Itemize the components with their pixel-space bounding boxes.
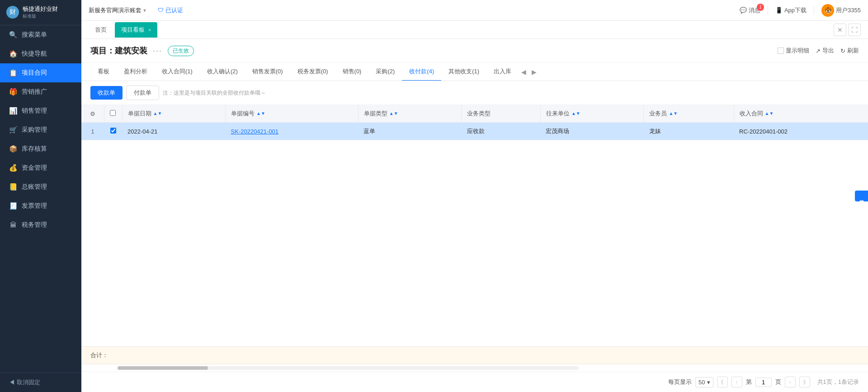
tab-actions: ✕ ⛶	[834, 24, 861, 36]
phone-icon: 📱	[775, 7, 783, 14]
unpin-button[interactable]: ◀ 取消固定	[0, 373, 81, 392]
invoice-icon: 🧾	[9, 202, 17, 210]
tab-project-board[interactable]: 项目看板 ×	[115, 22, 157, 38]
sub-tab-next-icon[interactable]: ▶	[529, 64, 539, 80]
sort-salesperson[interactable]: 业务员 ▲▼	[649, 110, 728, 118]
sub-tab-sales-invoice[interactable]: 销售发票(0)	[245, 63, 290, 81]
select-all-checkbox[interactable]	[110, 110, 116, 116]
show-detail-checkbox[interactable]: 显示明细	[778, 47, 809, 55]
column-checkbox	[104, 105, 122, 123]
divider2	[814, 6, 814, 15]
sidebar-item-invoice[interactable]: 🧾 发票管理	[0, 196, 81, 215]
cell-number[interactable]: SK-20220421-001	[226, 123, 359, 140]
sidebar-item-ledger[interactable]: 📒 总账管理	[0, 177, 81, 196]
sort-date[interactable]: 单据日期 ▲▼	[128, 110, 220, 118]
horizontal-scrollbar[interactable]	[81, 364, 868, 372]
sub-tab-receipt[interactable]: 收付款(4)	[402, 63, 441, 81]
sub-tab-kanban[interactable]: 看板	[90, 63, 117, 81]
sidebar-item-sales[interactable]: 📊 销售管理	[0, 101, 81, 120]
money-icon: 💰	[9, 164, 17, 172]
cell-checkbox[interactable]	[104, 123, 122, 140]
dropdown-arrow-icon: ▾	[143, 7, 146, 14]
cell-partner: 宏茂商场	[540, 123, 644, 140]
sidebar-item-marketing[interactable]: 🎁 营销推广	[0, 82, 81, 101]
sub-tab-purchase[interactable]: 采购(2)	[368, 63, 402, 81]
export-icon: ↗	[816, 48, 821, 54]
sidebar-item-tax[interactable]: 🏛 税务管理	[0, 215, 81, 234]
dropdown-arrow-icon: ▾	[707, 379, 710, 386]
checkbox-box	[778, 48, 784, 54]
topbar: 新服务官网演示账套 ▾ 🛡 已认证 💬 消息 1 📱 App下载 🐯 用	[81, 0, 868, 21]
sub-tab-prev-icon[interactable]: ◀	[519, 64, 529, 80]
prev-page-button[interactable]: ‹	[731, 377, 742, 387]
sidebar-item-search[interactable]: 🔍 搜索菜单	[0, 25, 81, 44]
total-row: 合计：	[81, 346, 868, 364]
sidebar-item-funds[interactable]: 💰 资金管理	[0, 158, 81, 177]
column-biz-type: 业务类型	[462, 105, 541, 123]
content-area: 项目：建筑安装 ··· 已生效 显示明细 ↗ 导出 ↻ 刷新	[81, 39, 868, 392]
app-download-button[interactable]: 📱 App下载	[775, 6, 807, 14]
sub-tab-in-out[interactable]: 出入库	[486, 63, 519, 81]
fullscreen-button[interactable]: ⛶	[848, 24, 861, 36]
sub-tab-income-confirm[interactable]: 收入确认(2)	[200, 63, 245, 81]
sidebar-item-quick-nav[interactable]: 🏠 快捷导航	[0, 44, 81, 63]
column-gear[interactable]: ⚙	[81, 105, 104, 123]
feedback-button[interactable]: 意见反馈	[855, 191, 868, 201]
sidebar-item-purchase[interactable]: 🛒 采购管理	[0, 120, 81, 139]
divider	[768, 6, 768, 15]
sub-tab-tax-invoice[interactable]: 税务发票(0)	[290, 63, 335, 81]
export-button[interactable]: ↗ 导出	[816, 47, 834, 55]
payment-tab-button[interactable]: 付款单	[126, 86, 159, 100]
avatar: 🐯	[821, 4, 834, 17]
close-window-button[interactable]: ✕	[834, 24, 846, 36]
sort-type-icon: ▲▼	[389, 112, 398, 115]
sub-tabs: 看板 盈利分析 收入合同(1) 收入确认(2) 销售发票(0) 税务发票(0) …	[81, 63, 868, 81]
cert-status: 🛡 已认证	[158, 6, 183, 14]
last-page-button[interactable]: ⟫	[799, 377, 810, 387]
next-page-button[interactable]: ›	[785, 377, 796, 387]
sidebar-logo: 财 畅捷通好业财 标准版	[0, 0, 81, 25]
refresh-button[interactable]: ↻ 刷新	[840, 47, 859, 55]
first-page-button[interactable]: ⟪	[717, 377, 728, 387]
per-page-select[interactable]: 50 ▾	[695, 377, 713, 387]
main-area: 新服务官网演示账套 ▾ 🛡 已认证 💬 消息 1 📱 App下载 🐯 用	[81, 0, 868, 392]
column-income-contract: 收入合同 ▲▼	[734, 105, 868, 123]
project-more-button[interactable]: ···	[153, 46, 162, 56]
tabbar: 首页 项目看板 × ✕ ⛶	[81, 21, 868, 39]
tax-icon: 🏛	[9, 221, 17, 229]
receipt-tab-button[interactable]: 收款单	[90, 86, 123, 100]
sort-type[interactable]: 单据类型 ▲▼	[364, 110, 456, 118]
sidebar-item-inventory[interactable]: 📦 库存核算	[0, 139, 81, 158]
sort-number[interactable]: 单据编号 ▲▼	[231, 110, 353, 118]
row-checkbox[interactable]	[110, 128, 116, 134]
pagination: 每页显示 50 ▾ ⟪ ‹ 第 页 › ⟫ 共1页，1条记录	[81, 372, 868, 392]
sub-tab-other-expense[interactable]: 其他收支(1)	[441, 63, 486, 81]
message-button[interactable]: 💬 消息 1	[740, 6, 760, 14]
demo-account[interactable]: 新服务官网演示账套 ▾	[89, 6, 146, 14]
sort-partner[interactable]: 往来单位 ▲▼	[546, 110, 638, 118]
topbar-left: 新服务官网演示账套 ▾ 🛡 已认证	[89, 6, 734, 14]
cell-biz-type: 应收款	[462, 123, 541, 140]
gift-icon: 🎁	[9, 88, 17, 96]
tab-close-icon[interactable]: ×	[148, 27, 151, 33]
sub-tab-sales[interactable]: 销售(0)	[335, 63, 369, 81]
sort-income-contract[interactable]: 收入合同 ▲▼	[740, 110, 863, 118]
tab-home[interactable]: 首页	[89, 22, 113, 38]
project-title: 项目：建筑安装	[90, 45, 147, 56]
table-row[interactable]: 1 2022-04-21 SK-20220421-001 蓝单 应收款 宏茂商场…	[81, 123, 868, 140]
sidebar-item-project-contract[interactable]: 📋 项目合同	[0, 63, 81, 82]
logo-icon: 财	[6, 6, 19, 19]
column-type: 单据类型 ▲▼	[358, 105, 462, 123]
filter-note: 注：这里是与项目关联的全部收付款单哦～	[163, 89, 266, 97]
cell-type: 蓝单	[358, 123, 462, 140]
table-container: ⚙ 单据日期 ▲▼ 单据编号	[81, 105, 868, 346]
scrollbar-thumb[interactable]	[118, 366, 208, 370]
user-menu[interactable]: 🐯 用户3355	[821, 4, 861, 17]
box-icon: 📦	[9, 145, 17, 153]
sidebar: 财 畅捷通好业财 标准版 🔍 搜索菜单 🏠 快捷导航 📋 项目合同 🎁 营销推广…	[0, 0, 81, 392]
sub-tab-income-contract[interactable]: 收入合同(1)	[155, 63, 200, 81]
sub-tab-profit[interactable]: 盈利分析	[117, 63, 155, 81]
cell-income-contract: RC-20220401-002	[734, 123, 868, 140]
logo-text: 畅捷通好业财 标准版	[23, 5, 58, 19]
page-number-input[interactable]	[755, 378, 772, 387]
